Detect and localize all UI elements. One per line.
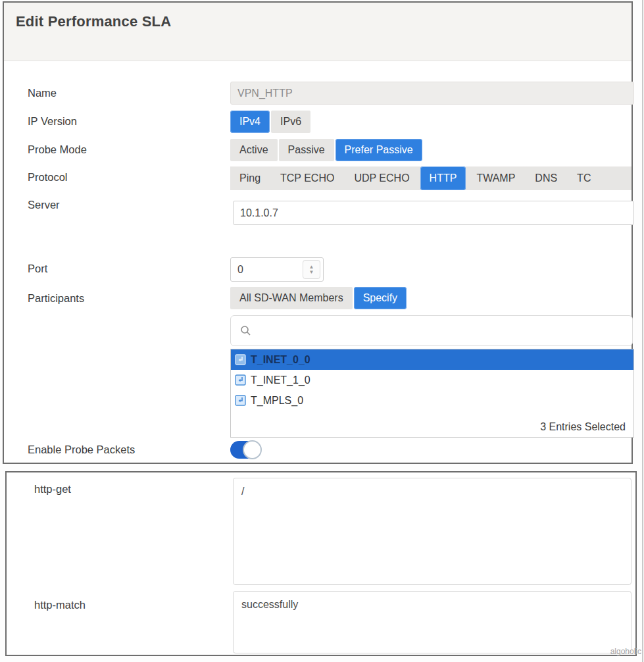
port-field-wrap: ▲ ▼	[230, 257, 324, 282]
probe-mode-option-active[interactable]: Active	[230, 139, 278, 161]
tunnel-interface-icon	[235, 374, 246, 386]
dialog-title: Edit Performance SLA	[16, 13, 171, 30]
port-label: Port	[28, 263, 47, 275]
http-match-label: http-match	[34, 599, 86, 611]
stepper-down-icon[interactable]: ▼	[309, 270, 314, 275]
member-name: T_INET_0_0	[251, 354, 310, 366]
protocol-option-http[interactable]: HTTP	[420, 166, 466, 190]
toggle-knob	[243, 440, 262, 459]
participants-segmented: All SD-WAN Members Specify	[230, 287, 407, 309]
member-row-t-inet-1-0[interactable]: T_INET_1_0	[231, 370, 633, 390]
protocol-option-ping[interactable]: Ping	[230, 166, 270, 190]
entries-selected-status: 3 Entries Selected	[540, 421, 626, 433]
ip-version-segmented: IPv4 IPv6	[230, 111, 310, 133]
protocol-option-twamp[interactable]: TWAMP	[467, 166, 524, 190]
member-row-t-mpls-0[interactable]: T_MPLS_0	[231, 390, 633, 411]
probe-mode-label: Probe Mode	[28, 143, 87, 156]
tunnel-interface-icon	[235, 395, 246, 406]
participants-label: Participants	[28, 292, 84, 305]
port-stepper[interactable]: ▲ ▼	[303, 260, 320, 279]
http-get-field[interactable]: /	[233, 478, 632, 585]
member-name: T_INET_1_0	[251, 374, 310, 386]
probe-mode-option-prefer-passive[interactable]: Prefer Passive	[335, 139, 422, 161]
search-icon	[240, 325, 251, 336]
member-name: T_MPLS_0	[251, 395, 303, 407]
name-field[interactable]	[230, 82, 634, 105]
http-match-field[interactable]: successfully	[233, 591, 632, 653]
ip-version-option-ipv6[interactable]: IPv6	[271, 111, 310, 133]
screen-right-edge	[642, 0, 643, 662]
watermark-text: algoholic	[610, 647, 641, 656]
dialog-header: Edit Performance SLA	[4, 3, 632, 61]
enable-probe-packets-label: Enable Probe Packets	[28, 444, 135, 456]
http-get-label: http-get	[34, 483, 71, 496]
probe-mode-segmented: Active Passive Prefer Passive	[230, 139, 422, 161]
http-options-panel: http-get / http-match successfully	[5, 471, 637, 656]
member-search-input[interactable]	[258, 324, 632, 337]
protocol-option-udp-echo[interactable]: UDP ECHO	[345, 166, 418, 190]
server-label: Server	[28, 199, 60, 211]
ip-version-option-ipv4[interactable]: IPv4	[230, 111, 270, 133]
server-field[interactable]	[233, 201, 634, 225]
member-search-box[interactable]	[230, 315, 633, 346]
member-row-t-inet-0-0[interactable]: T_INET_0_0	[231, 349, 633, 370]
protocol-option-dns[interactable]: DNS	[526, 166, 566, 190]
protocol-option-tcp-truncated[interactable]: TC	[568, 166, 600, 190]
protocol-label: Protocol	[28, 171, 68, 184]
protocol-option-tcp-echo[interactable]: TCP ECHO	[271, 166, 343, 190]
probe-mode-option-passive[interactable]: Passive	[279, 139, 334, 161]
member-list: T_INET_0_0 T_INET_1_0 T_MPLS_0 3 Entries…	[230, 349, 634, 438]
name-label: Name	[28, 87, 57, 99]
tunnel-interface-icon	[235, 354, 246, 365]
participants-option-all-sdwan-members[interactable]: All SD-WAN Members	[230, 287, 353, 309]
edit-performance-sla-dialog: Edit Performance SLA Name IP Version IPv…	[3, 1, 633, 464]
ip-version-label: IP Version	[28, 115, 77, 128]
enable-probe-packets-toggle[interactable]	[230, 441, 260, 459]
protocol-segmented: Ping TCP ECHO UDP ECHO HTTP TWAMP DNS TC	[230, 166, 632, 190]
participants-option-specify[interactable]: Specify	[354, 287, 407, 309]
